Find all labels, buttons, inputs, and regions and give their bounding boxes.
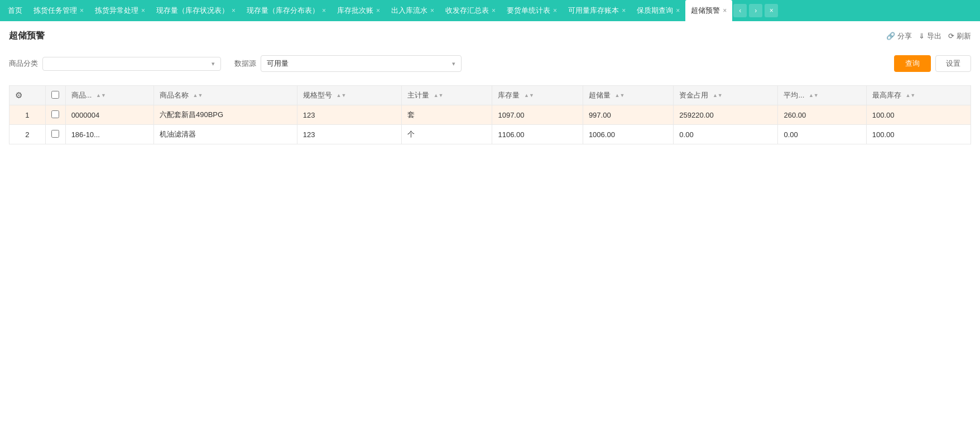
th-stock-label: 库存量 bbox=[498, 91, 520, 99]
export-button[interactable]: ⇓ 导出 bbox=[919, 31, 941, 41]
cell-max-stock-1: 100.00 bbox=[866, 125, 971, 144]
cell-overstock-1: 1006.00 bbox=[583, 125, 673, 144]
sort-product-name-icon: ▲▼ bbox=[193, 93, 203, 98]
nav-close-batch[interactable]: × bbox=[376, 7, 380, 14]
sort-product-code-icon: ▲▼ bbox=[96, 93, 106, 98]
th-product-name[interactable]: 商品名称 ▲▼ bbox=[153, 86, 297, 105]
settings-button[interactable]: 设置 bbox=[935, 55, 971, 72]
page-content: 超储预警 🔗 分享 ⇓ 导出 ⟳ 刷新 商品分类 ▾ 数据源 bbox=[0, 21, 980, 446]
category-label: 商品分类 bbox=[9, 59, 38, 69]
refresh-button[interactable]: ⟳ 刷新 bbox=[948, 31, 971, 41]
cell-checkbox-0[interactable] bbox=[45, 105, 65, 125]
row-checkbox-0[interactable] bbox=[51, 110, 59, 118]
nav-close-available[interactable]: × bbox=[622, 7, 626, 14]
sort-max-stock-icon: ▲▼ bbox=[905, 93, 915, 98]
nav-item-summary[interactable]: 收发存汇总表 × bbox=[440, 0, 501, 21]
nav-next-arrow[interactable]: › bbox=[749, 4, 762, 17]
refresh-icon: ⟳ bbox=[948, 32, 954, 40]
select-all-checkbox[interactable] bbox=[51, 91, 59, 99]
th-product-name-label: 商品名称 bbox=[160, 91, 189, 99]
th-unit-label: 主计量 bbox=[407, 91, 429, 99]
nav-close-exception[interactable]: × bbox=[141, 7, 145, 14]
cell-avg-1: 0.00 bbox=[778, 125, 866, 144]
table-header: ⚙ 商品... ▲▼ 商品名称 ▲▼ 规格型号 ▲▼ 主计 bbox=[9, 86, 971, 105]
nav-close-task[interactable]: × bbox=[80, 7, 84, 14]
cell-product-name-0: 六配套新昌490BPG bbox=[153, 105, 297, 125]
cell-no-1: 2 bbox=[9, 125, 46, 144]
th-capital[interactable]: 资金占用 ▲▼ bbox=[674, 86, 778, 105]
th-checkbox bbox=[45, 86, 65, 105]
nav-item-task[interactable]: 拣货任务管理 × bbox=[28, 0, 89, 21]
th-stock[interactable]: 库存量 ▲▼ bbox=[492, 86, 583, 105]
sort-avg-icon: ▲▼ bbox=[809, 93, 819, 98]
nav-close-overstock[interactable]: × bbox=[723, 7, 727, 14]
page-title: 超储预警 bbox=[9, 30, 45, 42]
datasource-filter: 数据源 可用量 ▾ bbox=[234, 55, 462, 72]
datasource-chevron-icon: ▾ bbox=[452, 60, 455, 67]
nav-item-expiry[interactable]: 保质期查询 × bbox=[631, 0, 685, 21]
th-unit[interactable]: 主计量 ▲▼ bbox=[402, 86, 492, 105]
category-filter: 商品分类 ▾ bbox=[9, 57, 221, 71]
th-max-stock-label: 最高库存 bbox=[872, 91, 901, 99]
sort-unit-icon: ▲▼ bbox=[434, 93, 444, 98]
th-overstock[interactable]: 超储量 ▲▼ bbox=[583, 86, 673, 105]
header-actions: 🔗 分享 ⇓ 导出 ⟳ 刷新 bbox=[886, 31, 971, 41]
cell-stock-0: 1097.00 bbox=[492, 105, 583, 125]
cell-product-name-1: 机油滤清器 bbox=[153, 125, 297, 144]
cell-avg-0: 260.00 bbox=[778, 105, 866, 125]
table-row: 1 0000004 六配套新昌490BPG 123 套 1097.00 997.… bbox=[9, 105, 971, 125]
datasource-label: 数据源 bbox=[234, 59, 256, 69]
nav-close-flow[interactable]: × bbox=[430, 7, 434, 14]
th-spec[interactable]: 规格型号 ▲▼ bbox=[297, 86, 401, 105]
cell-capital-0: 259220.00 bbox=[674, 105, 778, 125]
filter-actions: 查询 设置 bbox=[894, 55, 971, 72]
nav-more-arrow[interactable]: × bbox=[765, 4, 778, 17]
cell-product-code-1: 186-10... bbox=[65, 125, 153, 144]
th-max-stock[interactable]: 最高库存 ▲▼ bbox=[866, 86, 971, 105]
nav-item-requisition[interactable]: 要货单统计表 × bbox=[501, 0, 563, 21]
row-checkbox-1[interactable] bbox=[51, 130, 59, 138]
cell-product-code-0: 0000004 bbox=[65, 105, 153, 125]
nav-item-stock-status[interactable]: 现存量（库存状况表） × bbox=[151, 0, 241, 21]
share-button[interactable]: 🔗 分享 bbox=[886, 31, 912, 41]
cell-checkbox-1[interactable] bbox=[45, 125, 65, 144]
th-product-code[interactable]: 商品... ▲▼ bbox=[65, 86, 153, 105]
sort-overstock-icon: ▲▼ bbox=[615, 93, 625, 98]
nav-prev-arrow[interactable]: ‹ bbox=[733, 4, 747, 17]
cell-unit-1: 个 bbox=[402, 125, 492, 144]
table-body: 1 0000004 六配套新昌490BPG 123 套 1097.00 997.… bbox=[9, 105, 971, 144]
cell-capital-1: 0.00 bbox=[674, 125, 778, 144]
share-icon: 🔗 bbox=[886, 32, 895, 40]
category-select[interactable]: ▾ bbox=[42, 57, 221, 71]
datasource-select[interactable]: 可用量 ▾ bbox=[261, 55, 462, 72]
th-gear: ⚙ bbox=[9, 86, 46, 105]
datasource-value: 可用量 bbox=[267, 59, 289, 69]
cell-spec-0: 123 bbox=[297, 105, 401, 125]
nav-item-exception[interactable]: 拣货异常处理 × bbox=[89, 0, 151, 21]
filter-bar: 商品分类 ▾ 数据源 可用量 ▾ 查询 设置 bbox=[9, 51, 971, 76]
cell-unit-0: 套 bbox=[402, 105, 492, 125]
nav-item-stock-dist[interactable]: 现存量（库存分布表） × bbox=[241, 0, 332, 21]
th-overstock-label: 超储量 bbox=[589, 91, 611, 99]
query-button[interactable]: 查询 bbox=[894, 55, 931, 72]
gear-icon[interactable]: ⚙ bbox=[15, 90, 22, 100]
export-icon: ⇓ bbox=[919, 32, 925, 40]
nav-bar: 首页 拣货任务管理 × 拣货异常处理 × 现存量（库存状况表） × 现存量（库存… bbox=[0, 0, 980, 21]
nav-item-home[interactable]: 首页 bbox=[2, 0, 28, 21]
nav-close-summary[interactable]: × bbox=[492, 7, 496, 14]
nav-item-available[interactable]: 可用量库存账本 × bbox=[563, 0, 631, 21]
nav-item-overstock[interactable]: 超储预警 × bbox=[685, 0, 732, 21]
th-capital-label: 资金占用 bbox=[679, 91, 708, 99]
th-avg-label: 平均... bbox=[784, 91, 804, 99]
nav-close-stock-status[interactable]: × bbox=[232, 7, 236, 14]
nav-item-flow[interactable]: 出入库流水 × bbox=[386, 0, 440, 21]
th-product-code-label: 商品... bbox=[71, 91, 92, 99]
th-avg[interactable]: 平均... ▲▼ bbox=[778, 86, 866, 105]
table-row: 2 186-10... 机油滤清器 123 个 1106.00 1006.00 … bbox=[9, 125, 971, 144]
nav-item-batch[interactable]: 库存批次账 × bbox=[332, 0, 386, 21]
sort-stock-icon: ▲▼ bbox=[524, 93, 534, 98]
cell-no-0: 1 bbox=[9, 105, 46, 125]
nav-close-expiry[interactable]: × bbox=[676, 7, 680, 14]
nav-close-stock-dist[interactable]: × bbox=[322, 7, 326, 14]
nav-close-requisition[interactable]: × bbox=[553, 7, 557, 14]
